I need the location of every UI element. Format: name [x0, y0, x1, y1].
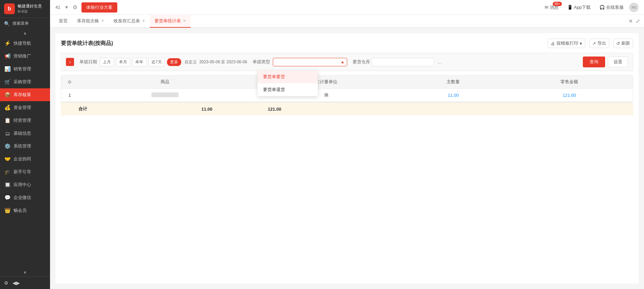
product-name-placeholder	[151, 92, 178, 97]
sidebar-item-label: 新手引导	[14, 169, 31, 175]
search-icon: 🔍	[4, 21, 10, 26]
member-icon: 👑	[4, 207, 11, 214]
app-logo-icon: b	[4, 3, 15, 14]
footer-label: 合计	[65, 106, 126, 112]
inventory-icon: 📦	[4, 92, 11, 98]
tab-inventory-batch[interactable]: 库存批次账 ✕	[72, 15, 109, 28]
sidebar-item-purchase[interactable]: 🛒 采购管理	[0, 75, 50, 88]
topbar-breadcrumb: 41	[55, 5, 60, 10]
purchase-icon: 🛒	[4, 79, 11, 85]
date-label: 单据日期	[79, 59, 97, 65]
row-product	[78, 89, 252, 102]
sidebar-search[interactable]: 🔍 搜索菜单	[0, 18, 50, 29]
sidebar-item-wechat-biz[interactable]: 💬 企业微信	[0, 191, 50, 204]
sidebar-item-inventory[interactable]: 📦 库存核算	[0, 88, 50, 101]
app-download-btn[interactable]: 📱 App下载	[567, 4, 591, 10]
filter-doctype-group: 单据类型 ▲	[253, 58, 347, 66]
filter-expand-btn[interactable]: ›	[66, 58, 74, 66]
sidebar-item-enterprise[interactable]: 🤝 企业协同	[0, 153, 50, 165]
sidebar-item-label: 企业微信	[14, 195, 31, 201]
footer-values: 11.00 121.00	[126, 107, 629, 112]
tab-expand-btn[interactable]: ⤢	[636, 18, 640, 24]
last-month-btn[interactable]: 上月	[100, 58, 114, 66]
sidebar-scroll-up[interactable]: ▲	[0, 29, 50, 37]
topbar-settings-icon[interactable]: ⚙	[73, 4, 77, 10]
tab-home-label: 首页	[59, 18, 68, 24]
export-btn[interactable]: ↗ 导出	[589, 39, 609, 48]
print-btn[interactable]: 🖨 按模板打印 ▾	[548, 39, 585, 48]
dropdown-item-order-goods[interactable]: 要货单要货	[258, 70, 318, 83]
sidebar-item-quick-nav[interactable]: ⚡ 快捷导航	[0, 37, 50, 50]
tab-close-all-btn[interactable]: ✕	[628, 18, 633, 24]
tab-home[interactable]: 首页	[54, 15, 72, 28]
col-settings[interactable]: ⚙	[61, 75, 78, 89]
table-container: ⚙ 商品 主计量单位 主数量 零售金额 1	[61, 75, 633, 102]
sidebar-search-label: 搜索菜单	[13, 21, 29, 26]
enterprise-icon: 🤝	[4, 156, 11, 162]
footer-amount: 121.00	[254, 107, 295, 112]
refresh-btn[interactable]: ↺ 刷新	[613, 39, 633, 48]
footer-toggle-btn[interactable]: ◀▶	[13, 280, 20, 286]
mobile-icon: 📱	[567, 5, 573, 10]
sidebar-item-member[interactable]: 👑 畅会员	[0, 204, 50, 217]
refresh-icon: ↺	[616, 41, 620, 46]
print-icon: 🖨	[551, 41, 555, 46]
dropdown-item-order-return[interactable]: 要货单退货	[258, 83, 318, 96]
more-dates-btn[interactable]: 更多	[167, 58, 181, 66]
sidebar-item-app-center[interactable]: 🔲 应用中心	[0, 178, 50, 191]
trial-btn[interactable]: 体验行业方案	[81, 2, 117, 13]
tab-receivables-summary[interactable]: 收发存汇总表 ✕	[109, 15, 150, 28]
page-content: 要货单统计表(按商品) 🖨 按模板打印 ▾ ↗ 导出 ↺ 刷新	[50, 28, 644, 289]
wechat-biz-icon: 💬	[4, 195, 11, 201]
system-icon: ⚙️	[4, 143, 11, 149]
this-month-btn[interactable]: 本月	[116, 58, 130, 66]
warehouse-input[interactable]	[372, 58, 434, 66]
tab-order-stats-close[interactable]: ✕	[183, 19, 186, 23]
customer-service-btn[interactable]: 🎧 在线客服	[599, 4, 624, 10]
main-area: 41 ▼ ⚙ 体验行业方案 ✉ 消息 99+ 📱 App下载 🎧 在线客服 Ri…	[50, 0, 644, 289]
basics-icon: 🗂	[4, 131, 11, 136]
doc-type-input[interactable]	[273, 58, 347, 66]
sidebar-footer: ⚙ ◀▶	[0, 276, 50, 289]
sidebar-item-sales[interactable]: 📊 销售管理	[0, 63, 50, 75]
sidebar-nav: ⚡ 快捷导航 📢 营销推广 📊 销售管理 🛒 采购管理 📦 库存核算 💰 资金管…	[0, 37, 50, 269]
footer-settings-btn[interactable]: ⚙	[4, 280, 8, 286]
tab-order-stats[interactable]: 要货单统计表 ✕	[150, 15, 191, 28]
this-year-btn[interactable]: 本年	[132, 58, 146, 66]
row-quantity: 11.00	[401, 89, 506, 102]
row-amount: 121.00	[506, 89, 633, 102]
sidebar-item-finance[interactable]: 💰 资金管理	[0, 101, 50, 114]
tab-inventory-batch-close[interactable]: ✕	[101, 19, 104, 23]
tab-inventory-batch-label: 库存批次账	[77, 18, 99, 24]
table-header-row: ⚙ 商品 主计量单位 主数量 零售金额	[61, 75, 633, 89]
query-btn[interactable]: 查询	[583, 57, 605, 67]
app-center-icon: 🔲	[4, 182, 11, 188]
user-avatar[interactable]: Rit	[629, 3, 639, 12]
print-label: 按模板打印	[556, 40, 578, 46]
table-row: 1 块 11.00 121.00	[61, 89, 633, 102]
table-settings-icon[interactable]: ⚙	[68, 80, 72, 85]
page-card: 要货单统计表(按商品) 🖨 按模板打印 ▾ ↗ 导出 ↺ 刷新	[55, 33, 639, 284]
sidebar-item-label: 快捷导航	[14, 40, 31, 46]
date-range: 2023-05-06 至 2023-06-06	[199, 59, 247, 65]
tab-receivables-close[interactable]: ✕	[142, 19, 145, 23]
sidebar-scroll-down[interactable]: ▼	[0, 269, 50, 276]
sidebar-item-label: 资金管理	[14, 105, 31, 111]
sidebar-item-marketing[interactable]: 📢 营销推广	[0, 50, 50, 63]
sidebar-item-basics[interactable]: 🗂 基础信息	[0, 127, 50, 140]
app-name-block: 畅捷通好生意 标准版	[18, 4, 42, 14]
refresh-label: 刷新	[621, 40, 630, 46]
sidebar-item-operations[interactable]: 📋 经营管理	[0, 114, 50, 127]
data-table: ⚙ 商品 主计量单位 主数量 零售金额 1	[61, 75, 633, 102]
last-7-days-btn[interactable]: 近7天	[148, 58, 165, 66]
filter-settings-btn[interactable]: 设置	[608, 57, 628, 67]
warehouse-label: 要货仓库	[353, 59, 370, 65]
more-filters-btn[interactable]: …	[437, 59, 443, 65]
tabs-actions: ✕ ⤢	[628, 18, 640, 24]
sidebar-item-guide[interactable]: 🎓 新手引导	[0, 165, 50, 178]
export-icon: ↗	[592, 41, 596, 46]
marketing-icon: 📢	[4, 53, 11, 59]
custom-label: 自定义	[185, 59, 197, 65]
notifications-btn[interactable]: ✉ 消息 99+	[545, 4, 558, 10]
sidebar-item-system[interactable]: ⚙️ 系统管理	[0, 140, 50, 153]
